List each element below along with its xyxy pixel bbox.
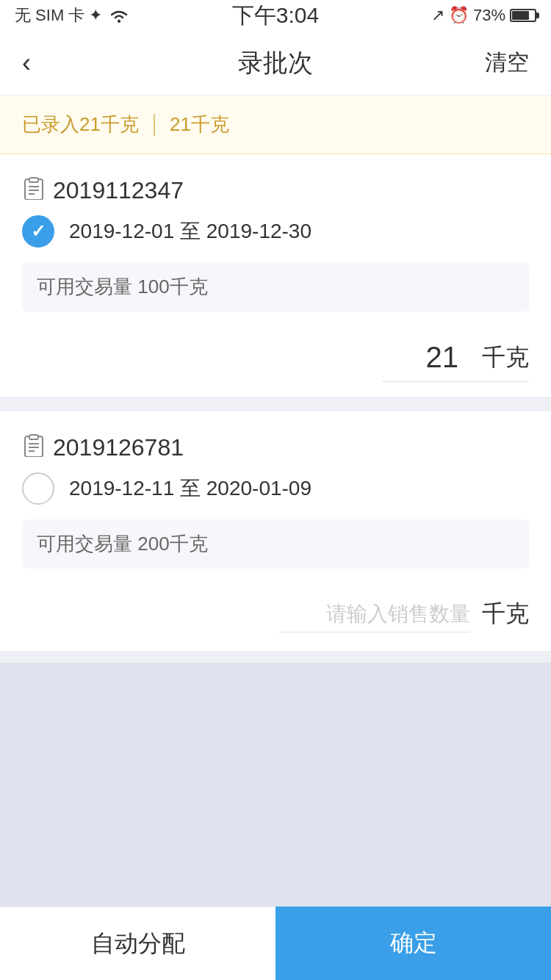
section-separator-2	[0, 651, 551, 663]
bottom-buttons: 自动分配 确定	[0, 907, 551, 980]
clear-button[interactable]: 清空	[485, 48, 529, 78]
batch2-qty-row[interactable]: 千克	[0, 583, 551, 651]
batch2-date-row[interactable]: 2019-12-11 至 2020-01-09	[22, 472, 529, 505]
batch1-date-row[interactable]: 2019-12-01 至 2019-12-30	[22, 215, 529, 248]
info-banner: 已录入21千克 21千克	[0, 96, 551, 154]
batch1-qty-value: 21	[426, 341, 459, 374]
status-right: ↗ ⏰ 73%	[431, 6, 536, 25]
back-button[interactable]: ‹	[22, 48, 31, 79]
wifi-icon	[108, 7, 130, 24]
battery-icon	[510, 9, 536, 22]
recorded-label: 已录入21千克	[22, 112, 139, 137]
batch2-qty-unit: 千克	[482, 598, 529, 630]
batch2-input-wrapper[interactable]	[250, 602, 470, 647]
target-label: 21千克	[170, 112, 229, 137]
batch1-icon	[22, 176, 46, 205]
batch-card-2: 2019126781 2019-12-11 至 2020-01-09 可用交易量…	[0, 411, 551, 651]
batch2-available: 可用交易量 200千克	[22, 519, 529, 569]
auto-assign-button[interactable]: 自动分配	[0, 907, 276, 980]
status-left: 无 SIM 卡 ✦	[15, 4, 130, 26]
svg-rect-7	[29, 435, 38, 439]
batch2-date: 2019-12-11 至 2020-01-09	[69, 475, 311, 502]
location-icon: ↗	[431, 6, 444, 25]
section-separator-1	[0, 397, 551, 411]
batch2-qty-input[interactable]	[250, 602, 470, 626]
battery-text: 73%	[473, 6, 505, 25]
svg-rect-2	[29, 178, 38, 182]
nav-bar: ‹ 录批次 清空	[0, 31, 551, 96]
batch2-id-row: 2019126781	[22, 433, 529, 462]
batch1-available: 可用交易量 100千克	[22, 262, 529, 311]
batch1-qty-unit: 千克	[482, 342, 529, 374]
page-title: 录批次	[238, 46, 313, 80]
batch2-underline	[279, 632, 470, 633]
batch2-radio[interactable]	[22, 472, 54, 505]
batch1-date: 2019-12-01 至 2019-12-30	[69, 217, 311, 245]
alarm-icon: ⏰	[449, 6, 469, 25]
batch1-id-row: 2019112347	[22, 176, 529, 205]
batch2-icon	[22, 433, 46, 462]
sim-text: 无 SIM 卡 ✦	[15, 4, 102, 26]
batch1-radio[interactable]	[22, 215, 54, 248]
batch2-id: 2019126781	[53, 434, 184, 461]
batch-card-1: 2019112347 2019-12-01 至 2019-12-30 可用交易量…	[0, 154, 551, 397]
batch1-qty-row: 21 千克	[0, 326, 551, 381]
banner-divider	[154, 114, 155, 136]
status-time: 下午3:04	[232, 1, 319, 31]
batch1-qty-divider	[382, 381, 529, 382]
status-bar: 无 SIM 卡 ✦ 下午3:04 ↗ ⏰ 73%	[0, 0, 551, 31]
batch1-id: 2019112347	[53, 177, 184, 204]
svg-point-0	[118, 20, 120, 23]
confirm-button[interactable]: 确定	[276, 907, 551, 980]
